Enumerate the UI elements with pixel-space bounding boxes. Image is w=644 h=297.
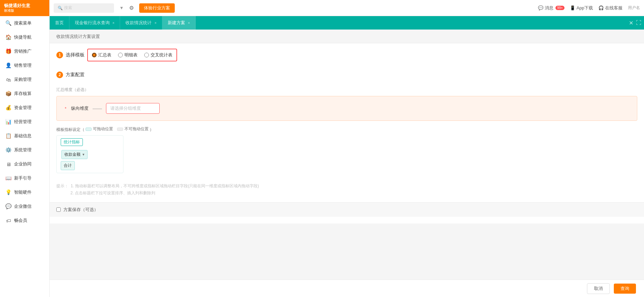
maximize-icon[interactable]: ⛶ [636,20,641,26]
trial-industry-button[interactable]: 体验行业方案 [139,3,175,13]
sidebar-label-7: 经营管理 [14,119,32,125]
sidebar-item-14[interactable]: 🏷畅会员 [0,213,49,228]
sidebar-item-11[interactable]: 📖新手引导 [0,171,49,185]
radio-detail-input[interactable] [118,53,123,57]
sidebar-item-10[interactable]: 🖥企业协同 [0,157,49,171]
sidebar-item-4[interactable]: 🛍采购管理 [0,72,49,87]
sidebar-icon-8: 📋 [5,133,11,139]
config-area: 汇总维度（必选） * 纵向维度 —— 请选择分组维度 [56,83,637,177]
section2-title: 方案配置 [66,72,85,78]
sidebar-item-2[interactable]: 🎁营销推广 [0,44,49,58]
app-download-btn[interactable]: 📱 App下载 [570,5,593,11]
sidebar-label-8: 基础信息 [14,133,32,139]
tab-2[interactable]: 收款情况统计× [120,16,162,30]
metrics-table: 统计指标 收款金额 ▾ 合计 [56,135,123,173]
section2-number: 2 [56,71,63,78]
sidebar-label-12: 智能硬件 [14,189,32,195]
radio-cross-input[interactable] [144,53,149,57]
sidebar-icon-2: 🎁 [5,48,11,54]
sidebar-label-10: 企业协同 [14,161,32,167]
sidebar-label-0: 搜索菜单 [14,20,32,26]
search-placeholder: 搜索 [64,5,72,11]
metrics-table-title: 统计指标 [61,138,83,146]
sidebar-icon-11: 📖 [5,175,11,181]
sidebar-label-3: 销售管理 [14,62,32,68]
close-window-icon[interactable]: ✕ [629,20,633,26]
sidebar: 畅捷通好生意 标准版 🔍搜索菜单🏠快捷导航🎁营销推广👤销售管理🛍采购管理📦库存核… [0,0,50,297]
radio-detail-label: 明细表 [124,52,138,58]
sidebar-item-3[interactable]: 👤销售管理 [0,58,49,72]
dimension-select[interactable]: 请选择分组维度 [106,103,160,114]
sidebar-item-9[interactable]: ⚙️系统管理 [0,143,49,157]
sidebar-label-2: 营销推广 [14,48,32,54]
sidebar-item-12[interactable]: 💡智能硬件 [0,185,49,199]
sidebar-item-5[interactable]: 📦库存核算 [0,87,49,101]
sidebar-label-6: 资金管理 [14,105,32,111]
metrics-label: 模板指标设定（ 可拖动位置 不可拖动位置 ） [56,126,637,133]
sidebar-icon-7: 📊 [5,119,11,125]
metric-tag-payment[interactable]: 收款金额 ▾ [61,150,88,159]
tab-0[interactable]: 首页 [50,16,69,30]
sidebar-icon-10: 🖥 [5,161,11,167]
save-checkbox[interactable] [56,207,61,212]
topbar-dropdown-arrow[interactable]: ▼ [119,5,124,10]
tab-label-0: 首页 [55,20,64,26]
sidebar-item-0[interactable]: 🔍搜索菜单 [0,16,49,30]
support-icon: 🎧 [598,5,604,10]
download-icon: 📱 [570,5,575,10]
vertical-dimension-label: 纵向维度 [71,105,89,111]
sidebar-item-1[interactable]: 🏠快捷导航 [0,30,49,44]
tab-close-2[interactable]: × [154,21,156,25]
page-title: 收款情况统计方案设置 [50,30,644,43]
sidebar-label-1: 快捷导航 [14,34,32,40]
sidebar-item-7[interactable]: 📊经营管理 [0,115,49,129]
cancel-button[interactable]: 取消 [587,283,610,294]
user-name: 用户名 [628,5,640,11]
dimension-box: * 纵向维度 —— 请选择分组维度 [56,96,637,121]
content-area: 收款情况统计方案设置 1 选择模板 汇总表 明细表 [50,30,644,297]
sidebar-label-5: 库存核算 [14,91,32,97]
non-draggable-legend-icon [117,128,123,131]
search-input[interactable]: 🔍 搜索 [54,3,114,13]
radio-summary-input[interactable] [92,53,97,57]
query-button[interactable]: 查询 [614,284,636,294]
tab-close-1[interactable]: × [112,21,114,25]
message-icon: 💬 [538,5,543,10]
hint-text: 提示： 1. 拖动标题栏可以调整布局，不可跨维度或指标区域拖动栏目字段(只能在同… [56,183,637,190]
dimension-placeholder: 请选择分组维度 [110,105,141,111]
sidebar-item-13[interactable]: 💬企业微信 [0,199,49,213]
sidebar-icon-4: 🛍 [5,77,11,83]
radio-detail[interactable]: 明细表 [118,52,138,58]
metric-tag-dropdown-icon[interactable]: ▾ [83,152,85,157]
search-icon: 🔍 [58,6,63,10]
sidebar-item-8[interactable]: 📋基础信息 [0,129,49,143]
tab-label-1: 现金银行流水查询 [75,20,110,26]
sidebar-icon-13: 💬 [5,203,11,209]
section-config: 2 方案配置 汇总维度（必选） * 纵向维度 —— 请选 [50,66,644,177]
tabbar: 首页现金银行流水查询×收款情况统计×新建方案× ✕ ⛶ [50,16,644,30]
gear-icon[interactable]: ⚙ [129,5,134,11]
tab-close-3[interactable]: × [188,21,190,25]
tab-3[interactable]: 新建方案× [162,16,196,30]
app-name: 畅捷通好生意 [4,3,30,8]
sidebar-icon-3: 👤 [5,62,11,68]
sidebar-label-14: 畅会员 [14,217,27,224]
draggable-legend-icon [86,128,92,131]
metric-total: 合计 [61,161,75,170]
metric-tags-container: 收款金额 ▾ [61,149,119,160]
template-radio-group: 汇总表 明细表 交叉统计表 [87,49,177,61]
radio-cross-label: 交叉统计表 [151,52,172,58]
tab-1[interactable]: 现金银行流水查询× [69,16,120,30]
save-label[interactable]: 方案保存（可选） [63,207,98,213]
dimension-section-label: 汇总维度（必选） [56,87,637,93]
radio-cross[interactable]: 交叉统计表 [144,52,172,58]
sidebar-icon-5: 📦 [5,91,11,97]
online-support-btn[interactable]: 🎧 在线客服 [598,5,623,11]
dimension-row: * 纵向维度 —— 请选择分组维度 [65,103,629,114]
sidebar-item-6[interactable]: 💰资金管理 [0,101,49,115]
sidebar-label-4: 采购管理 [14,77,32,83]
hints-section: 提示： 1. 拖动标题栏可以调整布局，不可跨维度或指标区域拖动栏目字段(只能在同… [50,177,644,202]
messages-btn[interactable]: 💬 消息 99+ [538,5,565,11]
main-area: 🔍 搜索 ▼ ⚙ 体验行业方案 💬 消息 99+ 📱 App下载 🎧 在线客服 … [50,0,644,297]
radio-summary[interactable]: 汇总表 [92,52,111,58]
